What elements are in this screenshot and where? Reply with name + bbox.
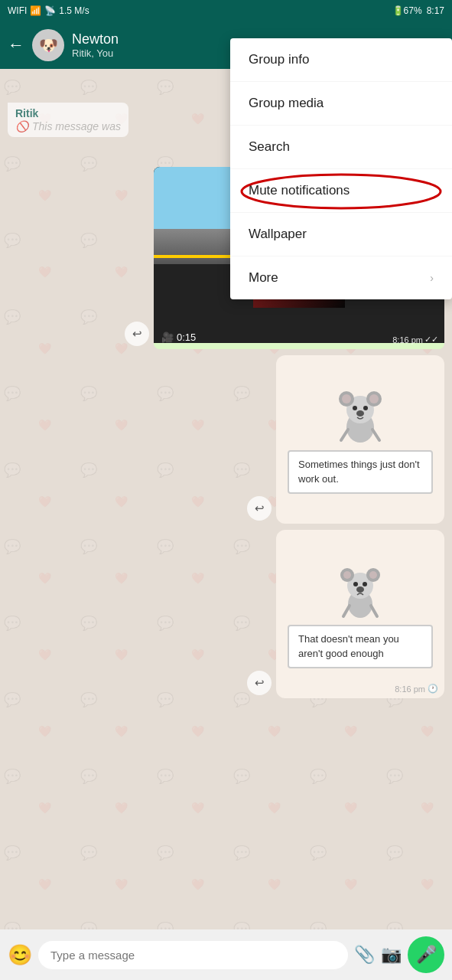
menu-item-wallpaper[interactable]: Wallpaper [230,213,452,256]
menu-item-mute-notifications[interactable]: Mute notifications [230,169,452,213]
menu-item-search[interactable]: Search [230,126,452,169]
context-menu: Group info Group media Search Mute notif… [230,38,452,299]
menu-item-group-info[interactable]: Group info [230,38,452,82]
menu-item-group-media[interactable]: Group media [230,82,452,126]
menu-label-more: More [249,270,278,286]
chevron-right-icon: › [430,272,434,284]
dropdown-overlay[interactable]: Group info Group media Search Mute notif… [0,0,452,980]
menu-label-group-media: Group media [249,96,324,111]
menu-item-more[interactable]: More › [230,256,452,299]
menu-label-search: Search [249,139,290,155]
menu-label-mute-notifications: Mute notifications [249,183,350,198]
menu-label-wallpaper: Wallpaper [249,227,307,242]
menu-label-group-info: Group info [249,52,309,67]
